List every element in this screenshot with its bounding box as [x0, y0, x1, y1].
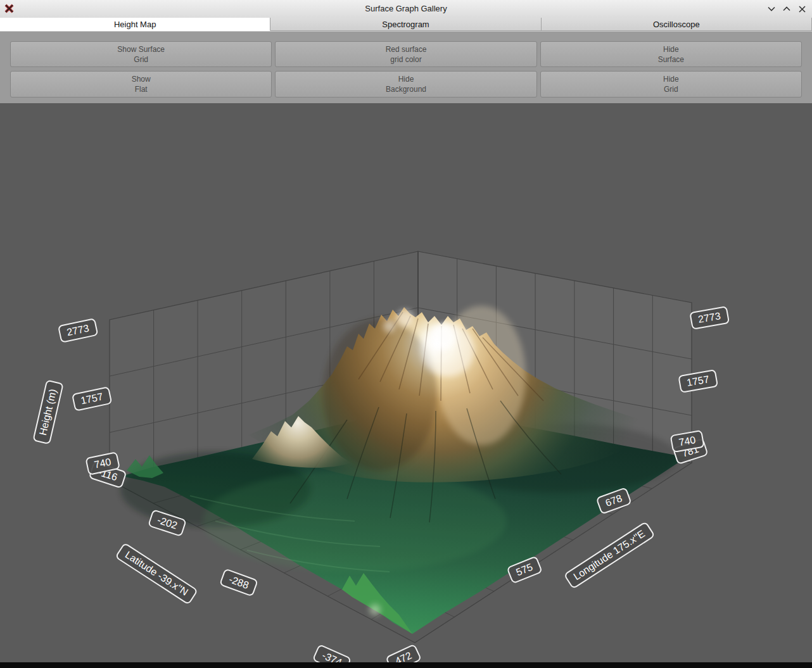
toggle-surface-grid-button[interactable]: Show Surface Grid: [10, 41, 272, 67]
bottom-edge-bar: [0, 662, 812, 668]
toggle-grid-button[interactable]: Hide Grid: [540, 71, 802, 98]
control-pane: Show Surface Grid Red surface grid color…: [0, 32, 812, 103]
toggle-background-button[interactable]: Hide Background: [275, 71, 536, 98]
window-title: Surface Graph Gallery: [0, 0, 812, 18]
toggle-flat-shading-button[interactable]: Show Flat: [10, 71, 272, 98]
window-controls: [764, 0, 809, 18]
titlebar[interactable]: Surface Graph Gallery: [0, 0, 812, 18]
surface-plot[interactable]: 2773 1757 740 Height (m) -116 -202 -288 …: [0, 103, 812, 662]
tab-height-map[interactable]: Height Map: [0, 18, 270, 31]
tab-spectrogram[interactable]: Spectrogram: [270, 18, 541, 31]
close-icon: [799, 6, 806, 13]
chevron-up-icon: [783, 6, 790, 11]
close-button[interactable]: [794, 1, 809, 16]
tab-oscilloscope[interactable]: Oscilloscope: [542, 18, 812, 31]
chevron-down-icon: [768, 6, 775, 11]
application-window: Surface Graph Gallery Height Map: [0, 0, 812, 668]
maximize-button[interactable]: [779, 1, 794, 16]
surface-grid-color-button[interactable]: Red surface grid color: [275, 41, 536, 67]
toggle-surface-button[interactable]: Hide Surface: [540, 41, 802, 67]
minimize-button[interactable]: [764, 1, 779, 16]
tab-bar: Height Map Spectrogram Oscilloscope: [0, 18, 812, 32]
toolbar: Show Surface Grid Red surface grid color…: [10, 41, 802, 98]
